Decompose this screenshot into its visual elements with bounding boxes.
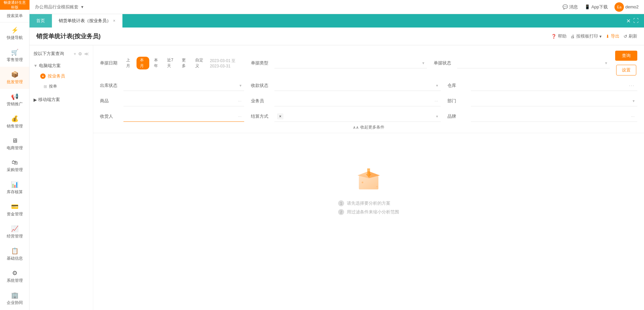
filter-receiver-group: 收货人 ··· [100,111,244,122]
date-btn-last-month[interactable]: 上月 [123,57,135,69]
filter-goods-group: 商品 ··· [100,96,244,106]
topbar: 办公用品行业模拟账套 ▾ 💬 消息 📱 App下载 Ea demo2 [30,0,644,14]
sidebar-item-label: 销售管理 [7,123,23,129]
settlement-tag-close[interactable]: × [279,114,281,119]
export-btn[interactable]: ⬇ 导出 [606,33,620,39]
tab-home[interactable]: 首页 [30,14,52,28]
sidebar-item-label: 批发管理 [7,79,23,85]
message-btn[interactable]: 💬 消息 [562,4,578,10]
page-title: 销货单统计表(按业务员) [36,32,101,45]
sidebar-item-basic[interactable]: 📋 基础信息 [0,243,29,265]
sidebar-item-operation[interactable]: 📈 经营管理 [0,221,29,243]
collapse-bar[interactable]: ∧∧ 收起更多条件 [93,122,644,133]
query-btn-group: 查询 设置 [615,51,637,75]
sidebar-item-system[interactable]: ⚙ 系统管理 [0,265,29,288]
add-scheme-btn[interactable]: + [73,51,76,56]
maximize-tab-btn[interactable]: ⛶ [633,18,639,24]
avatar: Ea [614,2,624,12]
sidebar-item-sales[interactable]: 💰 销售管理 [0,111,29,133]
sidebar-logo-subtext: 标版 [11,5,18,9]
out-status-arrow: ▾ [239,83,241,88]
empty-state: 1 请先选择要分析的方案 2 用过滤条件来缩小分析范围 [93,133,644,242]
sales-icon: 💰 [11,115,18,122]
doc-type-label: 单据类型 [251,60,274,66]
out-status-select[interactable]: ▾ [123,80,244,91]
tab-sales-stat-label: 销货单统计表（按业务员） [59,18,111,24]
settings-button[interactable]: 设置 [616,65,636,75]
tip-1-text: 请先选择要分析的方案 [347,200,390,206]
filter-inner: 单据日期 上月 本月 本年 近7天 更多 自定义 2023-03-01 至 20… [93,45,644,122]
empty-tip-1: 1 请先选择要分析的方案 [338,200,399,206]
doc-status-select[interactable]: ▾ [457,58,610,68]
sidebar-item-marketing[interactable]: 📢 营销推广 [0,89,29,111]
sidebar-search-area[interactable]: 搜索菜单 [0,10,29,22]
sidebar-item-wholesale[interactable]: 📦 批发管理 [0,67,29,89]
warehouse-dots[interactable]: ··· [629,83,635,88]
date-btn-this-month[interactable]: 本月 [137,57,149,69]
dept-select[interactable]: ▾ [471,96,637,106]
date-btn-more[interactable]: 更多 [179,57,190,69]
filter-row-4: 收货人 ··· 结算方式 × [100,111,637,122]
left-panel: 按以下方案查询 + ⚙ ≪ ▼ 电脑端方案 ● 按业务员 [30,45,93,310]
payment-status-select[interactable]: ▾ [274,80,441,91]
filter-warehouse-group: 仓库 ··· [447,80,637,91]
sidebar-item-label: 库存核算 [7,189,23,195]
scheme-item-by-salesperson[interactable]: ● 按业务员 [30,71,93,82]
topbar-dropdown-icon[interactable]: ▾ [81,4,84,9]
download-icon: 📱 [585,4,590,9]
refresh-btn[interactable]: ↺ 刷新 [624,33,637,39]
tab-sales-stat[interactable]: 销货单统计表（按业务员） × [52,14,122,28]
receiver-label: 收货人 [100,113,123,119]
collapse-label: 收起更多条件 [360,124,384,130]
mobile-group-label: 移动端方案 [38,97,60,103]
brand-select[interactable]: ··· [471,111,637,122]
filter-brand-group: 品牌 ··· [447,111,637,122]
tab-close-icon[interactable]: × [113,18,115,23]
date-btn-7days[interactable]: 近7天 [164,57,177,69]
query-button[interactable]: 查询 [615,51,637,61]
sidebar-item-enterprise[interactable]: 🏢 企业协同 [0,288,29,310]
salesperson-select[interactable]: ··· [274,96,441,106]
help-btn[interactable]: ❓ 帮助 [551,33,567,39]
salesperson-dots[interactable]: ··· [434,98,438,103]
sidebar-item-purchase[interactable]: 🛍 采购管理 [0,155,29,177]
empty-tips: 1 请先选择要分析的方案 2 用过滤条件来缩小分析范围 [338,200,399,215]
date-bar: 上月 本月 本年 近7天 更多 自定义 2023-03-01 至 2023-03… [123,57,244,69]
goods-select[interactable]: ··· [123,96,244,106]
sidebar-item-ecom[interactable]: 🖥 电商管理 [0,133,29,155]
sidebar-item-retail[interactable]: 🛒 零售管理 [0,45,29,67]
topbar-right: 💬 消息 📱 App下载 Ea demo2 [562,2,639,12]
scheme-sub-item-by-order[interactable]: ⊞ 按单 [30,82,93,91]
close-tab-btn[interactable]: ✕ [626,18,631,24]
warehouse-select[interactable]: ··· [471,80,637,91]
export-icon: ⬇ [606,34,609,39]
receiver-input[interactable]: ··· [123,111,244,122]
receiver-dots[interactable]: ··· [238,114,241,119]
sidebar-item-label: 快捷导航 [7,35,23,41]
ecom-icon: 🖥 [12,137,18,144]
settlement-select[interactable]: × ▾ [274,111,441,122]
sidebar-item-quick-nav[interactable]: ⚡ 快捷导航 [0,22,29,45]
svg-point-4 [362,182,363,183]
filter-row-3: 商品 ··· 业务员 ··· [100,96,637,106]
brand-dots[interactable]: ··· [631,114,635,119]
date-btn-custom[interactable]: 自定义 [193,57,207,69]
operation-icon: 📈 [11,225,18,232]
sidebar-item-finance[interactable]: 💳 资金管理 [0,199,29,221]
mobile-group-header[interactable]: ▶ 移动端方案 [30,95,93,105]
payment-status-label: 收款状态 [251,83,274,89]
filter-settlement-group: 结算方式 × ▾ [251,111,441,122]
settlement-label: 结算方式 [251,113,274,119]
template-print-btn[interactable]: 🖨 按模板打印 ▾ [571,33,602,39]
sidebar-item-inventory[interactable]: 📊 库存核算 [0,177,29,199]
collapse-panel-btn[interactable]: ≪ [84,51,89,56]
desktop-group-header[interactable]: ▼ 电脑端方案 [30,61,93,71]
retail-icon: 🛒 [11,49,18,56]
date-btn-this-year[interactable]: 本年 [151,57,162,69]
goods-dots[interactable]: ··· [238,98,241,103]
settings-scheme-btn[interactable]: ⚙ [78,51,82,56]
user-menu[interactable]: Ea demo2 [614,2,639,12]
sidebar-item-label: 零售管理 [7,57,23,63]
app-download-btn[interactable]: 📱 App下载 [585,4,608,10]
doc-type-select[interactable]: ▾ [274,58,427,68]
